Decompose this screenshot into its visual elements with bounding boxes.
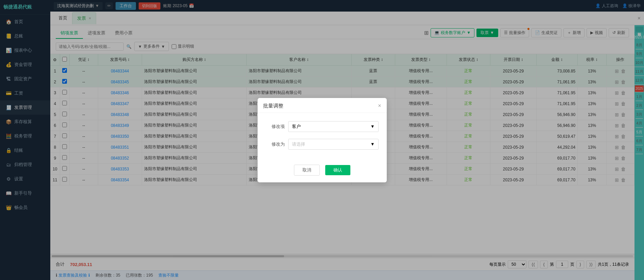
modify-field-select[interactable]: 客户 ▼	[288, 121, 379, 132]
modify-value-select[interactable]: 请选择 ▼	[288, 139, 379, 150]
modify-value-label: 修改为	[266, 141, 285, 147]
batch-adjust-modal: 批量调整 × 修改项 客户 ▼ 修改为 请选择 ▼ 取消 确认	[258, 98, 387, 182]
value-dropdown-icon: ▼	[370, 142, 375, 147]
field-dropdown-icon: ▼	[370, 124, 375, 129]
modal-footer: 取消 确认	[258, 162, 387, 182]
modal-field-row: 修改项 客户 ▼	[266, 121, 379, 132]
modal-header: 批量调整 ×	[258, 98, 387, 113]
cancel-button[interactable]: 取消	[294, 165, 320, 176]
confirm-button[interactable]: 确认	[325, 165, 350, 175]
modal-close-button[interactable]: ×	[378, 103, 381, 109]
modify-value-placeholder: 请选择	[292, 141, 305, 147]
modal-body: 修改项 客户 ▼ 修改为 请选择 ▼	[258, 113, 387, 162]
modify-field-value: 客户	[292, 123, 301, 130]
modal-value-row: 修改为 请选择 ▼	[266, 139, 379, 150]
modify-field-label: 修改项	[266, 123, 285, 130]
modal-title: 批量调整	[263, 103, 283, 109]
modal-overlay[interactable]: 批量调整 × 修改项 客户 ▼ 修改为 请选择 ▼ 取消 确认	[0, 0, 644, 280]
